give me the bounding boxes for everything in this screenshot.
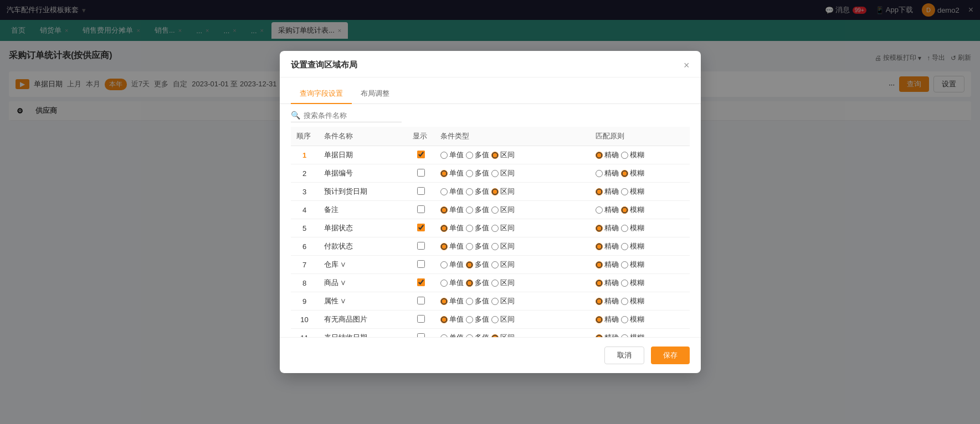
col-type: 条件类型 [435,127,590,130]
dialog-title: 设置查询区域布局 [291,60,357,70]
table-scroll-area[interactable]: 顺序 条件名称 显示 条件类型 匹配原则 1单据日期单值多值区间精确模糊2单据编… [291,127,690,130]
conditions-table: 顺序 条件名称 显示 条件类型 匹配原则 1单据日期单值多值区间精确模糊2单据编… [291,127,690,130]
search-input[interactable] [304,111,392,120]
tab-query-fields[interactable]: 查询字段设置 [291,84,352,104]
dialog-body: 顺序 条件名称 显示 条件类型 匹配原则 1单据日期单值多值区间精确模糊2单据编… [280,127,701,130]
dialog-close-btn[interactable]: × [684,60,690,70]
tab-layout[interactable]: 布局调整 [352,84,398,104]
col-display: 显示 [407,127,435,130]
search-box: 🔍 [291,111,402,122]
col-order: 顺序 [291,127,319,130]
settings-dialog: 设置查询区域布局 × 查询字段设置 布局调整 🔍 [280,51,701,130]
dialog-header: 设置查询区域布局 × [280,51,701,77]
col-match: 匹配原则 [590,127,690,130]
search-icon: 🔍 [291,111,300,120]
dialog-tab-bar: 查询字段设置 布局调整 [280,77,701,104]
col-name: 条件名称 [319,127,407,130]
modal-overlay: 设置查询区域布局 × 查询字段设置 布局调整 🔍 [0,0,980,130]
dialog-search-area: 🔍 [280,104,701,127]
